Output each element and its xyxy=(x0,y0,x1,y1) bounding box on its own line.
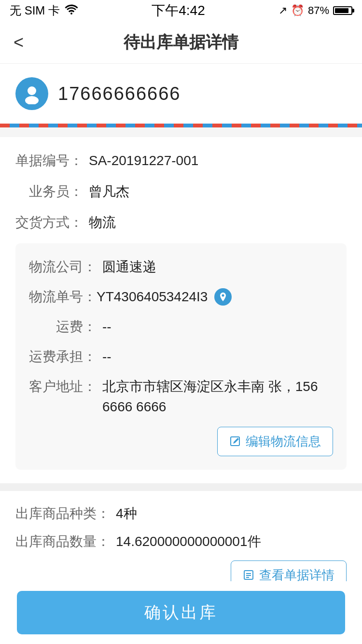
goods-types-row: 出库商品种类： 4种 xyxy=(15,504,347,523)
tracking-number-container: YT43064053424I3 xyxy=(97,287,232,307)
gps-icon: ↗ xyxy=(278,4,287,17)
logistics-company-label: 物流公司： xyxy=(29,257,97,277)
user-phone: 17666666666 xyxy=(58,84,181,104)
svg-point-1 xyxy=(25,96,39,104)
edit-btn-container: 编辑物流信息 xyxy=(29,427,333,456)
carrier-label: 无 SIM 卡 xyxy=(10,3,60,18)
logistics-tracking-label: 物流单号： xyxy=(29,287,97,307)
freight-bearer-label: 运费承担： xyxy=(29,347,97,367)
section-divider xyxy=(0,483,362,491)
svg-point-0 xyxy=(28,86,36,95)
bottom-bar: 确认出库 xyxy=(0,581,362,644)
back-button[interactable]: < xyxy=(14,32,24,53)
address-label: 客户地址： xyxy=(29,377,97,397)
goods-types-label: 出库商品种类： xyxy=(15,504,110,523)
freight-bearer-row: 运费承担： -- xyxy=(29,347,333,367)
delivery-row: 交货方式： 物流 xyxy=(15,212,347,233)
address-row: 客户地址： 北京市市辖区海淀区永丰南 张，156 6666 6666 xyxy=(29,377,333,417)
salesman-label: 业务员： xyxy=(15,182,83,202)
doc-id-value: SA-20191227-001 xyxy=(89,151,347,171)
logistics-company-value: 圆通速递 xyxy=(102,257,333,277)
delivery-label: 交货方式： xyxy=(15,212,83,233)
salesman-value: 曾凡杰 xyxy=(89,182,347,202)
confirm-button[interactable]: 确认出库 xyxy=(17,591,345,634)
logistics-card: 物流公司： 圆通速递 物流单号： YT43064053424I3 运费： -- xyxy=(15,243,347,470)
alarm-icon: ⏰ xyxy=(291,4,304,17)
document-info-section: 单据编号： SA-20191227-001 业务员： 曾凡杰 交货方式： 物流 … xyxy=(0,137,362,483)
goods-quantity-label: 出库商品数量： xyxy=(15,532,110,551)
delivery-value: 物流 xyxy=(89,212,347,233)
battery-icon xyxy=(333,6,352,15)
detail-icon xyxy=(243,569,255,582)
doc-id-label: 单据编号： xyxy=(15,151,83,171)
user-card: 17666666666 xyxy=(0,64,362,124)
address-value: 北京市市辖区海淀区永丰南 张，156 6666 6666 xyxy=(102,377,333,417)
edit-logistics-button[interactable]: 编辑物流信息 xyxy=(217,427,333,456)
nav-bar: < 待出库单据详情 xyxy=(0,21,362,64)
page-title: 待出库单据详情 xyxy=(124,31,238,54)
edit-icon xyxy=(229,435,242,448)
dashed-separator xyxy=(0,124,362,127)
freight-row: 运费： -- xyxy=(29,317,333,337)
wifi-icon xyxy=(65,4,78,17)
avatar xyxy=(15,77,48,110)
freight-bearer-value: -- xyxy=(102,347,333,367)
goods-types-value: 4种 xyxy=(116,504,137,523)
time-label: 下午4:42 xyxy=(152,1,205,20)
freight-label: 运费： xyxy=(29,317,97,337)
salesman-row: 业务员： 曾凡杰 xyxy=(15,182,347,202)
goods-quantity-row: 出库商品数量： 14.620000000000001件 xyxy=(15,532,347,551)
logistics-tracking-value: YT43064053424I3 xyxy=(97,287,208,307)
goods-quantity-value: 14.620000000000001件 xyxy=(116,532,261,551)
status-right: ↗ ⏰ 87% xyxy=(278,4,352,17)
logistics-company-row: 物流公司： 圆通速递 xyxy=(29,257,333,277)
status-bar: 无 SIM 卡 下午4:42 ↗ ⏰ 87% xyxy=(0,0,362,21)
status-left: 无 SIM 卡 xyxy=(10,3,78,18)
doc-id-row: 单据编号： SA-20191227-001 xyxy=(15,151,347,171)
location-icon[interactable] xyxy=(214,288,232,306)
battery-percent: 87% xyxy=(308,4,329,17)
freight-value: -- xyxy=(102,317,333,337)
logistics-tracking-row: 物流单号： YT43064053424I3 xyxy=(29,287,333,307)
